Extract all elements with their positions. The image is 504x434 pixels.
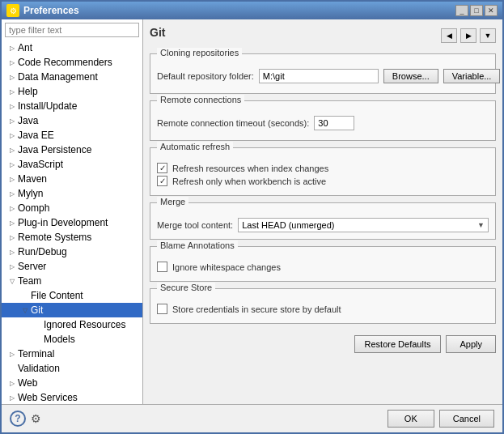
expand-icon-ignored-resources [34, 321, 42, 329]
help-button[interactable]: ? [10, 411, 26, 427]
tree-label-java: Java [18, 115, 38, 126]
tree-item-terminal[interactable]: ▷ Terminal [2, 347, 142, 361]
tree-label-file-content: File Content [31, 290, 83, 301]
tree-item-team[interactable]: ▽ Team [2, 274, 142, 288]
timeout-input[interactable] [314, 116, 354, 130]
tree-item-git[interactable]: ▽ Git [2, 303, 142, 317]
tree-item-server[interactable]: ▷ Server [2, 259, 142, 274]
tree-item-validation[interactable]: Validation [2, 361, 142, 376]
section-buttons: Restore Defaults Apply [150, 335, 496, 353]
tree-item-remote-systems[interactable]: ▷ Remote Systems [2, 230, 142, 245]
expand-icon-terminal: ▷ [8, 351, 16, 358]
filter-input[interactable] [5, 23, 139, 37]
nav-forward-button[interactable]: ▶ [460, 28, 476, 43]
maximize-button[interactable]: □ [470, 5, 483, 16]
tree-label-git: Git [31, 304, 43, 316]
cloning-content: Default repository folder: Browse... Var… [157, 64, 489, 83]
title-bar-left: ⚙ Preferences [6, 4, 79, 17]
default-folder-input[interactable] [259, 69, 379, 83]
panel-title-row: Git ◀ ▶ ▼ [150, 26, 496, 45]
tree-label-data-management: Data Management [18, 71, 98, 83]
tree-item-run-debug[interactable]: ▷ Run/Debug [2, 245, 142, 259]
expand-icon-help: ▷ [8, 88, 16, 96]
expand-icon-java-ee: ▷ [8, 132, 16, 139]
expand-icon-server: ▷ [8, 263, 16, 270]
nav-down-button[interactable]: ▼ [480, 28, 496, 43]
bottom-left: ? ⚙ [10, 411, 41, 427]
expand-icon-mylyn: ▷ [8, 190, 16, 198]
settings-icon[interactable]: ⚙ [31, 412, 41, 425]
tree-item-plugin-development[interactable]: ▷ Plug-in Development [2, 215, 142, 230]
refresh-index-checkbox[interactable] [157, 163, 167, 173]
secure-store-content: Store credentials in secure store by def… [157, 299, 489, 314]
automatic-refresh-title: Automatic refresh [157, 142, 233, 151]
cloning-section: Cloning repositories Default repository … [150, 53, 496, 94]
nav-controls: ◀ ▶ ▼ [441, 28, 496, 43]
tree-item-java-persistence[interactable]: ▷ Java Persistence [2, 143, 142, 157]
expand-icon-javascript: ▷ [8, 161, 16, 168]
tree-item-ignored-resources[interactable]: Ignored Resources [2, 317, 142, 332]
expand-icon-data-management: ▷ [8, 74, 16, 81]
tree-item-oomph[interactable]: ▷ Oomph [2, 201, 142, 215]
cancel-button[interactable]: Cancel [439, 410, 494, 428]
tree-label-team: Team [18, 275, 41, 287]
left-panel: ▷ Ant ▷ Code Recommenders ▷ Data Managem… [2, 19, 143, 404]
tree-item-install-update[interactable]: ▷ Install/Update [2, 99, 142, 113]
tree-item-javascript[interactable]: ▷ JavaScript [2, 157, 142, 172]
tree-label-remote-systems: Remote Systems [18, 232, 91, 243]
tree-label-validation: Validation [18, 363, 60, 374]
expand-icon-code-recommenders: ▷ [8, 59, 16, 66]
tree-item-mylyn[interactable]: ▷ Mylyn [2, 186, 142, 201]
tree-item-web[interactable]: ▷ Web [2, 376, 142, 390]
blame-section-title: Blame Annotations [157, 240, 238, 250]
tree-item-code-recommenders[interactable]: ▷ Code Recommenders [2, 55, 142, 70]
tree-label-java-persistence: Java Persistence [18, 144, 91, 155]
tree-item-ant[interactable]: ▷ Ant [2, 40, 142, 55]
ignore-whitespace-row: Ignore whitespace changes [157, 262, 489, 272]
tree-container: ▷ Ant ▷ Code Recommenders ▷ Data Managem… [2, 40, 142, 404]
ignore-whitespace-checkbox[interactable] [157, 262, 167, 272]
expand-icon-models [34, 336, 42, 343]
cloning-section-title: Cloning repositories [157, 48, 242, 57]
merge-tool-arrow: ▼ [477, 221, 485, 229]
merge-tool-select[interactable]: Last HEAD (unmerged) ▼ [238, 218, 489, 232]
blame-content: Ignore whitespace changes [157, 257, 489, 272]
tree-item-web-services[interactable]: ▷ Web Services [2, 390, 142, 404]
timeout-label: Remote connection timeout (seconds): [157, 118, 309, 128]
ok-button[interactable]: OK [388, 410, 434, 428]
refresh-index-row: Refresh resources when index changes [157, 163, 489, 173]
tree-item-models[interactable]: Models [2, 332, 142, 347]
expand-icon-install-update: ▷ [8, 103, 16, 110]
expand-icon-team: ▽ [8, 278, 16, 285]
merge-content: Merge tool content: Last HEAD (unmerged)… [157, 213, 489, 232]
nav-back-button[interactable]: ◀ [441, 28, 457, 43]
expand-icon-file-content [21, 292, 29, 300]
tree-item-java-ee[interactable]: ▷ Java EE [2, 128, 142, 143]
apply-button[interactable]: Apply [446, 335, 496, 353]
tree-item-help[interactable]: ▷ Help [2, 84, 142, 99]
restore-defaults-button[interactable]: Restore Defaults [354, 335, 442, 353]
bottom-right: OK Cancel [388, 410, 494, 428]
merge-tool-label: Merge tool content: [157, 220, 233, 230]
store-credentials-label: Store credentials in secure store by def… [172, 304, 341, 314]
expand-icon-remote-systems: ▷ [8, 234, 16, 241]
minimize-button[interactable]: _ [455, 5, 468, 16]
tree-label-oomph: Oomph [18, 202, 49, 214]
expand-icon-web: ▷ [8, 380, 16, 387]
store-credentials-checkbox[interactable] [157, 304, 167, 314]
tree-item-file-content[interactable]: File Content [2, 288, 142, 303]
close-button[interactable]: ✕ [485, 5, 498, 16]
expand-icon-run-debug: ▷ [8, 249, 16, 256]
default-folder-label: Default repository folder: [157, 71, 254, 81]
tree-item-java[interactable]: ▷ Java [2, 113, 142, 128]
browse-button[interactable]: Browse... [383, 69, 438, 83]
refresh-workbench-checkbox[interactable] [157, 176, 167, 186]
tree-label-terminal: Terminal [18, 348, 54, 360]
expand-icon-git: ▽ [21, 307, 29, 314]
expand-icon-web-services: ▷ [8, 394, 16, 402]
automatic-refresh-content: Refresh resources when index changes Ref… [157, 158, 489, 186]
variable-button[interactable]: Variable... [443, 69, 501, 83]
tree-label-web: Web [18, 377, 37, 389]
tree-item-maven[interactable]: ▷ Maven [2, 172, 142, 186]
tree-item-data-management[interactable]: ▷ Data Management [2, 70, 142, 84]
